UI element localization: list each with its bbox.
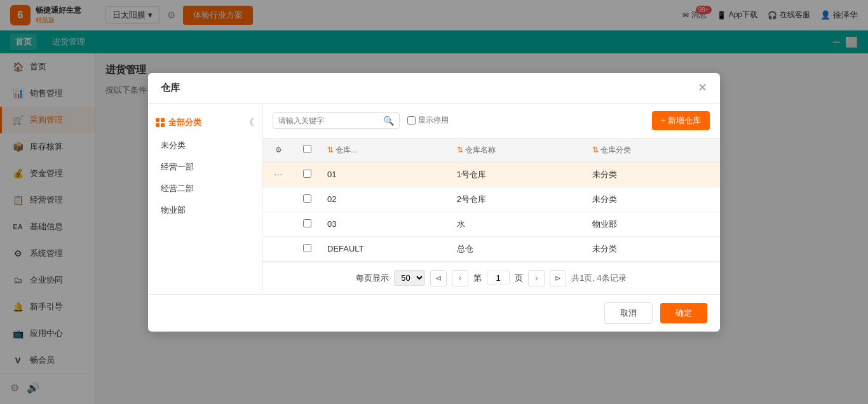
category-item-dept2[interactable]: 经营二部 [148,178,262,199]
table-row[interactable]: 03 水 物业部 [262,212,720,236]
warehouse-table-wrap: ⚙ ⇅ 仓库... ⇅ [262,138,720,262]
modal-toolbar: 🔍 显示停用 + 新增仓库 [262,104,720,138]
search-icon[interactable]: 🔍 [383,116,394,126]
select-all-checkbox[interactable] [303,145,311,153]
table-header: ⚙ ⇅ 仓库... ⇅ [262,138,720,163]
sort-name-icon: ⇅ [457,145,463,154]
row-code: 01 [320,162,449,187]
category-item-unclassified[interactable]: 未分类 [148,135,262,156]
row-check-cell [294,212,320,236]
gear-header-icon: ⚙ [275,145,282,154]
category-all[interactable]: 全部分类 [156,117,201,128]
row-check-cell [294,187,320,212]
th-code: ⇅ 仓库... [320,138,449,163]
row-name: 2号仓库 [449,187,585,212]
modal-right-panel: 🔍 显示停用 + 新增仓库 ⚙ [262,104,720,294]
category-item-property[interactable]: 物业部 [148,199,262,221]
page-number-input[interactable] [487,271,510,285]
warehouse-table: ⚙ ⇅ 仓库... ⇅ [262,138,720,262]
page-size-select[interactable]: 50 [394,270,425,286]
table-row[interactable]: 02 2号仓库 未分类 [262,187,720,212]
row-category: 未分类 [585,162,720,187]
row-name: 水 [449,212,585,236]
sort-cat-icon: ⇅ [592,145,599,154]
modal-footer: 取消 确定 [148,294,720,332]
cancel-button[interactable]: 取消 [604,302,653,324]
th-settings: ⚙ [262,138,294,163]
next-page-button[interactable]: › [528,270,545,286]
show-disabled-checkbox[interactable] [407,116,416,125]
row-name: 1号仓库 [449,162,585,187]
page-info: 共1页, 4条记录 [571,273,627,284]
modal-header: 仓库 ✕ [148,73,720,104]
row-category: 未分类 [585,187,720,212]
add-warehouse-button[interactable]: + 新增仓库 [652,111,710,130]
modal-body: 全部分类 《 未分类 经营一部 经营二部 物业部 🔍 [148,104,720,294]
row-actions-icon[interactable]: ··· [274,169,282,180]
row-checkbox[interactable] [303,170,311,178]
row-checkbox[interactable] [303,244,311,252]
first-page-button[interactable]: ⊲ [430,270,447,286]
show-disabled-label[interactable]: 显示停用 [407,115,449,126]
th-name: ⇅ 仓库名称 [449,138,585,163]
table-row[interactable]: ··· 01 1号仓库 未分类 [262,162,720,187]
row-actions-cell [262,187,294,212]
warehouse-modal: 仓库 ✕ 全部分类 《 未分类 经营一部 经 [148,73,720,332]
grid-icon [156,118,165,127]
search-input[interactable] [278,116,383,125]
modal-overlay: 仓库 ✕ 全部分类 《 未分类 经营一部 经 [0,0,868,404]
category-item-dept1[interactable]: 经营一部 [148,156,262,178]
row-code: 03 [320,212,449,236]
modal-pagination: 每页显示 50 ⊲ ‹ 第 页 › ⊳ 共1页, 4条记录 [262,262,720,294]
table-row[interactable]: DEFAULT 总仓 未分类 [262,236,720,261]
row-code: 02 [320,187,449,212]
confirm-button[interactable]: 确定 [660,303,707,323]
category-header: 全部分类 《 [148,111,262,135]
row-actions-cell: ··· [262,162,294,187]
collapse-panel-button[interactable]: 《 [244,116,254,130]
row-check-cell [294,162,320,187]
modal-title: 仓库 [161,82,180,94]
row-name: 总仓 [449,236,585,261]
th-category: ⇅ 仓库分类 [585,138,720,163]
modal-close-button[interactable]: ✕ [698,82,707,93]
search-box: 🔍 [273,112,400,129]
row-actions-cell [262,212,294,236]
row-actions-cell [262,236,294,261]
row-code: DEFAULT [320,236,449,261]
row-check-cell [294,236,320,261]
prev-page-button[interactable]: ‹ [452,270,468,286]
sort-icon: ⇅ [327,145,334,154]
row-category: 物业部 [585,212,720,236]
modal-left-panel: 全部分类 《 未分类 经营一部 经营二部 物业部 [148,104,262,294]
last-page-button[interactable]: ⊳ [550,270,566,286]
row-checkbox[interactable] [303,219,311,227]
row-category: 未分类 [585,236,720,261]
row-checkbox[interactable] [303,194,311,203]
table-body: ··· 01 1号仓库 未分类 [262,162,720,261]
th-checkbox [294,138,320,163]
